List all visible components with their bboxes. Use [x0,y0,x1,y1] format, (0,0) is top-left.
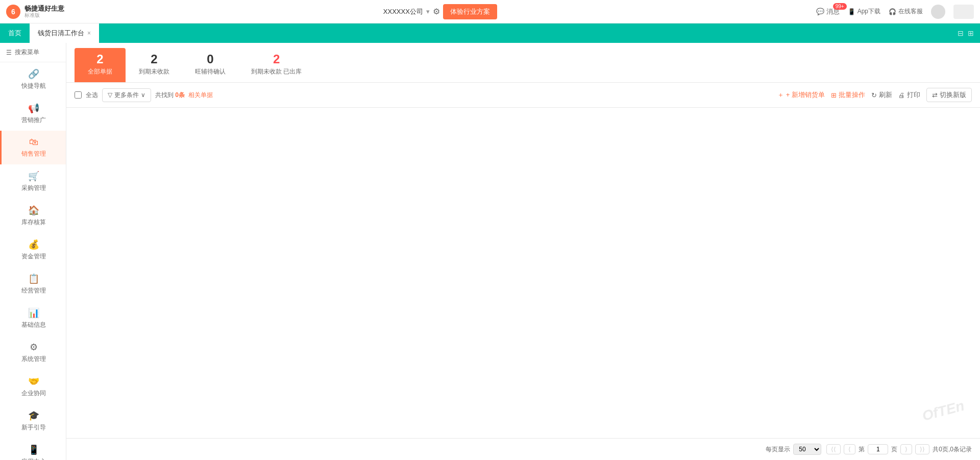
switch-icon: ⇄ [932,91,938,99]
logo-main: 畅捷通好生意 [24,5,64,13]
per-page-label: 每页显示 [766,445,790,454]
next-page-button[interactable]: ⟩ [900,444,912,454]
filter-chevron-icon: ∨ [141,91,145,99]
sidebar-label-1: 营销推广 [21,116,46,125]
maximize-icon[interactable]: ⊞ [968,29,974,37]
add-sale-button[interactable]: ＋ + 新增销货单 [777,90,825,100]
sidebar-label-6: 经营管理 [21,286,46,295]
stat-tab-shipped[interactable]: 2 到期未收款 已出库 [239,48,314,82]
sidebar-icon-7: 📊 [28,307,39,319]
sidebar-icon-1: 📢 [28,103,39,114]
stat-shipped-label: 到期未收款 已出库 [251,67,302,76]
select-all-checkbox[interactable] [75,91,82,99]
stat-overdue-label: 到期未收款 [139,67,169,76]
table-area [66,108,980,438]
sidebar-label-2: 销售管理 [21,150,46,158]
sidebar-item-5[interactable]: 💰 资金管理 [0,233,66,267]
sidebar-item-7[interactable]: 📊 基础信息 [0,301,66,335]
sidebar-icon-8: ⚙ [30,342,38,353]
sidebar-item-10[interactable]: 🎓 新手引导 [0,404,66,438]
online-service-button[interactable]: 🎧 在线客服 [889,7,923,16]
sidebar-label-4: 库存核算 [21,218,46,227]
refresh-button[interactable]: ↻ 刷新 [871,90,892,100]
sidebar-icon-0: 🔗 [28,68,39,80]
batch-btn-label: 批量操作 [839,90,865,100]
search-menu-item[interactable]: ☰ 搜索菜单 [0,43,66,62]
tab-home[interactable]: 首页 [0,23,30,43]
sidebar-item-0[interactable]: 🔗 快捷导航 [0,62,66,96]
stat-overdue-count: 2 [151,52,157,66]
sidebar-label-9: 企业协同 [21,389,46,398]
stat-tab-all[interactable]: 2 全部单据 [75,48,126,82]
sidebar-label-0: 快捷导航 [21,82,46,90]
stat-all-count: 2 [96,52,103,66]
settings-icon[interactable]: ⚙ [433,7,440,16]
search-menu-label: 搜索菜单 [15,48,39,57]
batch-icon: ⊞ [831,91,837,99]
sidebar-item-2[interactable]: 🛍 销售管理 [0,131,66,164]
trial-button[interactable]: 体验行业方案 [443,4,497,19]
tab-close-icon[interactable]: × [87,30,91,37]
switch-version-button[interactable]: ⇄ 切换新版 [926,88,972,102]
company-dropdown-icon[interactable]: ▾ [426,8,430,15]
stat-tab-overdue[interactable]: 2 到期未收款 [127,48,182,82]
page-label: 第 [859,445,865,454]
per-page-select[interactable]: 50 100 200 [793,444,821,455]
found-count: 0条 [175,91,185,99]
sidebar-item-6[interactable]: 📋 经营管理 [0,267,66,301]
logo-text: 畅捷通好生意 标准版 [24,5,64,19]
company-name: XXXXXX公司 [383,7,423,16]
first-page-button[interactable]: ⟨⟨ [826,444,841,454]
sidebar-item-11[interactable]: 📱 应用中心 [0,438,66,460]
filter-icon: ▽ [108,91,112,99]
last-page-button[interactable]: ⟩⟩ [915,444,929,454]
toolbar-left: 全选 ▽ 更多条件 ∨ 共找到 0条 相关单据 [75,88,771,102]
sidebar-item-3[interactable]: 🛒 采购管理 [0,164,66,199]
sidebar-label-3: 采购管理 [21,184,46,192]
select-all-label: 全选 [86,91,98,100]
message-icon: 💬 [816,8,824,15]
tab-active[interactable]: 钱货日清工作台 × [30,23,99,43]
print-button[interactable]: 🖨 打印 [898,90,920,100]
user-panel[interactable] [953,5,974,19]
filter-label: 更多条件 [114,91,139,100]
logo-sub: 标准版 [24,12,64,18]
logo-icon: 6 [6,5,20,19]
sidebar-items: 🔗 快捷导航 📢 营销推广 🛍 销售管理 🛒 采购管理 🏠 库存核算 💰 资金管… [0,62,66,460]
top-header: 6 畅捷通好生意 标准版 XXXXXX公司 ▾ ⚙ 体验行业方案 💬 消息 99… [0,0,980,23]
batch-operation-button[interactable]: ⊞ 批量操作 [831,90,865,100]
sidebar-label-7: 基础信息 [21,321,46,329]
sidebar: ☰ 搜索菜单 🔗 快捷导航 📢 营销推广 🛍 销售管理 🛒 采购管理 🏠 库存核… [0,43,66,460]
stat-tab-wang[interactable]: 0 旺辅待确认 [183,48,238,82]
sidebar-label-5: 资金管理 [21,252,46,261]
message-button[interactable]: 💬 消息 99+ [816,7,840,16]
download-icon: 📱 [848,8,855,15]
toolbar-right: ＋ + 新增销货单 ⊞ 批量操作 ↻ 刷新 🖨 打印 ⇄ 切换新版 [777,88,972,102]
sidebar-icon-5: 💰 [28,239,39,250]
toolbar: 全选 ▽ 更多条件 ∨ 共找到 0条 相关单据 ＋ + 新增销货单 [66,83,980,108]
tab-bar-right: ⊟ ⊞ [958,29,980,37]
page-suffix: 页 [891,445,897,454]
app-download-button[interactable]: 📱 App下载 [848,7,880,16]
header-right: 💬 消息 99+ 📱 App下载 🎧 在线客服 [816,5,974,19]
sidebar-icon-6: 📋 [28,273,39,284]
prev-page-button[interactable]: ⟨ [844,444,855,454]
refresh-icon: ↻ [871,91,877,99]
page-input[interactable] [868,444,888,454]
sidebar-icon-9: 🤝 [28,376,39,387]
sidebar-label-8: 系统管理 [21,355,46,364]
print-label: 打印 [907,90,920,100]
sidebar-icon-10: 🎓 [28,410,39,421]
minimize-icon[interactable]: ⊟ [958,29,964,37]
sidebar-label-11: 应用中心 [21,457,46,460]
sidebar-item-1[interactable]: 📢 营销推广 [0,96,66,131]
sidebar-item-8[interactable]: ⚙ 系统管理 [0,335,66,370]
sidebar-item-4[interactable]: 🏠 库存核算 [0,199,66,233]
sidebar-item-9[interactable]: 🤝 企业协同 [0,370,66,404]
avatar[interactable] [931,5,945,19]
logo-area: 6 畅捷通好生意 标准版 [6,5,64,19]
stat-all-label: 全部单据 [88,67,112,76]
filter-button[interactable]: ▽ 更多条件 ∨ [102,88,151,102]
sidebar-icon-2: 🛍 [29,137,38,148]
pagination-bar: 每页显示 50 100 200 ⟨⟨ ⟨ 第 页 ⟩ ⟩⟩ 共0页,0条记录 [66,438,980,460]
